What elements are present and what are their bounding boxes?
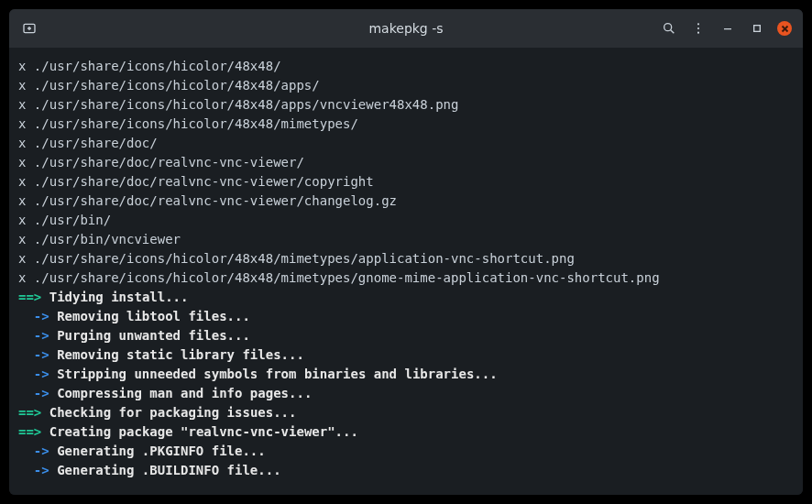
stage-line: ==> Checking for packaging issues...: [18, 403, 794, 422]
new-tab-icon[interactable]: [20, 19, 38, 38]
terminal-window: makepkg -s x ./usr/share/icons/hicolor/4…: [9, 9, 803, 495]
extract-line: x ./usr/bin/: [18, 211, 794, 230]
stage-line: -> Generating .BUILDINFO file...: [18, 461, 794, 480]
extract-line: x ./usr/share/doc/realvnc-vnc-viewer/cha…: [18, 192, 794, 211]
svg-line-4: [671, 30, 675, 34]
extract-line: x ./usr/share/doc/: [18, 134, 794, 153]
extract-line: x ./usr/share/icons/hicolor/48x48/mimety…: [18, 115, 794, 134]
window-title: makepkg -s: [211, 21, 601, 36]
search-icon[interactable]: [660, 19, 678, 38]
stage-line: -> Generating .PKGINFO file...: [18, 442, 794, 461]
extract-line: x ./usr/share/icons/hicolor/48x48/apps/v…: [18, 95, 794, 115]
minimize-icon[interactable]: [719, 19, 737, 38]
svg-point-7: [697, 32, 699, 34]
stage-line: -> Compressing man and info pages...: [18, 384, 794, 403]
stage-line: -> Purging unwanted files...: [18, 326, 794, 345]
menu-icon[interactable]: [689, 19, 708, 38]
stage-line: ==> Tidying install...: [18, 288, 794, 307]
titlebar: makepkg -s: [9, 9, 803, 48]
extract-line: x ./usr/share/doc/realvnc-vnc-viewer/: [18, 153, 794, 172]
svg-point-5: [697, 23, 699, 25]
extract-line: x ./usr/share/icons/hicolor/48x48/apps/: [18, 76, 794, 95]
stage-line: ==> Creating package "realvnc-vnc-viewer…: [18, 422, 794, 442]
svg-rect-9: [754, 26, 761, 32]
extract-line: x ./usr/bin/vncviewer: [18, 230, 794, 249]
close-icon[interactable]: [777, 21, 792, 36]
extract-line: x ./usr/share/icons/hicolor/48x48/: [18, 57, 794, 76]
stage-line: -> Stripping unneeded symbols from binar…: [18, 365, 794, 384]
terminal-output[interactable]: x ./usr/share/icons/hicolor/48x48/x ./us…: [9, 48, 803, 495]
svg-point-6: [697, 27, 699, 29]
svg-point-3: [664, 24, 672, 31]
extract-line: x ./usr/share/icons/hicolor/48x48/mimety…: [18, 249, 794, 268]
extract-line: x ./usr/share/icons/hicolor/48x48/mimety…: [18, 268, 794, 288]
extract-line: x ./usr/share/doc/realvnc-vnc-viewer/cop…: [18, 172, 794, 192]
maximize-icon[interactable]: [748, 19, 766, 38]
stage-line: -> Removing libtool files...: [18, 307, 794, 326]
stage-line: -> Removing static library files...: [18, 345, 794, 365]
